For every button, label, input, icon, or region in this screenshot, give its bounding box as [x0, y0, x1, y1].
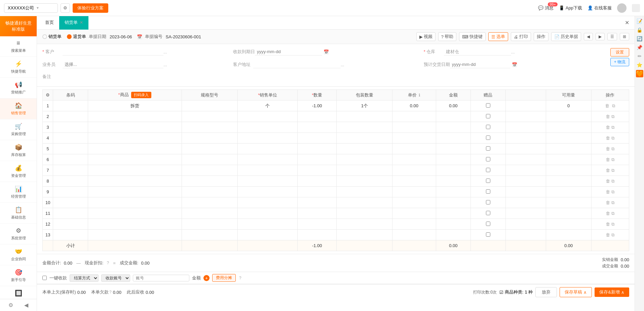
avatar[interactable] [617, 3, 627, 13]
delete-icon[interactable]: 🗑 [606, 189, 610, 194]
sidebar-item-system[interactable]: ⚙ 系统管理 [0, 224, 37, 244]
delete-icon[interactable]: 🗑 [606, 114, 610, 119]
row-price[interactable]: 0.00 [392, 101, 436, 111]
tab-sales-order[interactable]: 销货单 ✕ [59, 16, 88, 30]
toolbar-operation-btn[interactable]: 操作 [534, 32, 548, 41]
scan-button[interactable]: 扫码录入 [131, 92, 151, 98]
sidebar-item-sales[interactable]: 🏠 销售管理 [0, 99, 37, 119]
one-click-checkbox[interactable] [42, 276, 47, 280]
rs-orange-btn[interactable]: 🧡 [636, 70, 643, 77]
delete-icon[interactable]: 🗑 [606, 168, 610, 173]
radio-return[interactable]: 退货单 [67, 34, 86, 40]
toolbar-help-btn[interactable]: ? 帮助 [438, 32, 456, 41]
sidebar-item-collab[interactable]: 🤝 企业协同 [0, 244, 37, 265]
payment-account-select[interactable]: 收款账号 [101, 274, 130, 282]
due-date-calendar-icon[interactable]: 📅 [324, 49, 329, 54]
toolbar-print-btn[interactable]: 🖨 打印 [511, 32, 531, 41]
radio-sale[interactable]: 销货单 [42, 34, 62, 40]
toolbar-view-grid[interactable]: ⊞ [620, 33, 629, 40]
online-service-button[interactable]: 👤 在线客服 [588, 5, 612, 11]
sidebar-item-finance[interactable]: 💰 资金管理 [0, 161, 37, 182]
date-calendar-icon[interactable]: 📅 [137, 34, 142, 39]
copy-icon[interactable]: ⧉ [611, 135, 614, 141]
address-dots[interactable]: ... [341, 62, 344, 67]
tab-close-icon[interactable]: ✕ [80, 20, 83, 25]
tab-home[interactable]: 首页 [40, 16, 59, 30]
row-amount[interactable]: 0.00 [436, 101, 471, 111]
row-barcode[interactable] [53, 101, 88, 111]
row-product[interactable]: 拆货 [88, 101, 182, 111]
payment-method-select[interactable]: 结算方式 [70, 274, 99, 282]
copy-icon[interactable]: ⧉ [611, 125, 614, 130]
sidebar-item-purchase[interactable]: 🛒 采购管理 [0, 119, 37, 140]
add-payment-button[interactable]: + [203, 275, 210, 281]
salesperson-input[interactable] [63, 61, 163, 68]
delete-icon[interactable]: 🗑 [606, 232, 610, 237]
copy-icon[interactable]: ⧉ [611, 200, 614, 205]
delete-icon[interactable]: 🗑 [605, 103, 609, 108]
sidebar-item-appstore[interactable]: 🔲 应用中心 [0, 286, 37, 299]
rs-refresh-btn[interactable]: 🔄 [636, 35, 643, 42]
customer-address-input[interactable] [253, 61, 341, 68]
copy-icon[interactable]: ⧉ [611, 114, 614, 119]
sidebar-item-basic[interactable]: 📋 基础信息 [0, 203, 37, 224]
row-spec[interactable] [182, 101, 237, 111]
delete-icon[interactable]: 🗑 [606, 125, 610, 130]
sidebar-item-search[interactable]: ≡ 搜索菜单 [0, 36, 37, 57]
th-settings[interactable]: ⚙ [43, 90, 53, 101]
salesperson-dots[interactable]: ... [163, 62, 167, 67]
sidebar-settings-icon[interactable]: ⚙ [8, 302, 13, 308]
expected-date-input[interactable] [450, 61, 510, 68]
copy-icon[interactable]: ⧉ [611, 157, 614, 162]
delete-icon[interactable]: 🗑 [606, 179, 610, 184]
save-new-button[interactable]: 保存&新增 ∧ [595, 287, 629, 297]
warehouse-dots[interactable]: ... [511, 49, 515, 54]
toolbar-shortcut-btn[interactable]: ⌨ 快捷键 [459, 32, 486, 41]
settings-icon[interactable]: ⚙ [61, 3, 70, 13]
delete-icon[interactable]: 🗑 [606, 135, 610, 141]
delete-icon[interactable]: 🗑 [606, 157, 610, 162]
delete-icon[interactable]: 🗑 [606, 211, 610, 216]
sidebar-item-marketing[interactable]: 📢 营销推广 [0, 78, 37, 99]
toolbar-nav-next[interactable]: ▶ [596, 33, 605, 40]
discard-button[interactable]: 放弃 [535, 287, 557, 297]
customer-input[interactable] [63, 48, 163, 55]
copy-icon[interactable]: ⧉ [611, 179, 614, 184]
toolbar-view-list[interactable]: ☰ [607, 33, 617, 40]
warehouse-input[interactable] [444, 48, 511, 55]
toolbar-select-btn[interactable]: ☰ 选单 [488, 32, 508, 41]
copy-icon[interactable]: ⧉ [611, 222, 614, 227]
rs-star-btn[interactable]: ⭐ [636, 61, 643, 69]
copy-icon[interactable]: ⧉ [611, 189, 614, 194]
sidebar-collapse-icon[interactable]: ◀ [24, 302, 28, 308]
rs-pin-btn[interactable]: 📌 [636, 44, 643, 51]
rs-notes-btn[interactable]: 📝 [636, 17, 643, 25]
sidebar-item-quicknav[interactable]: ⚡ 快捷导航 [0, 57, 37, 78]
expense-split-button[interactable]: 费用分摊 [212, 274, 236, 282]
payment-amount-input[interactable] [133, 275, 189, 281]
toolbar-nav-prev[interactable]: ◀ [584, 33, 593, 40]
copy-icon[interactable]: ⧉ [611, 146, 614, 151]
row-pkg-qty[interactable]: 1个 [337, 101, 392, 111]
copy-icon[interactable]: ⧉ [612, 103, 615, 108]
app-download-button[interactable]: 📱 App下载 [559, 5, 582, 11]
customer-dots[interactable]: ... [163, 49, 167, 54]
rs-edit-btn[interactable]: ✏ [636, 52, 643, 60]
window-close-button[interactable]: ✕ [622, 20, 632, 26]
sidebar-item-guide[interactable]: 🎯 新手引导 [0, 265, 37, 286]
due-date-input[interactable] [255, 48, 322, 55]
toolbar-history-btn[interactable]: 📄 历史单据 [551, 32, 581, 41]
copy-icon[interactable]: ⧉ [611, 168, 614, 173]
trial-button[interactable]: 体验行业方案 [73, 3, 108, 13]
row-gift[interactable] [471, 101, 506, 111]
delete-icon[interactable]: 🗑 [606, 200, 610, 205]
company-selector[interactable]: XXXXXX公司 ▼ [4, 3, 58, 13]
expected-date-calendar-icon[interactable]: 📅 [512, 62, 517, 67]
rs-lock-btn[interactable]: 🔒 [636, 26, 643, 34]
row-qty[interactable]: -1.00 [298, 101, 337, 111]
toolbar-video-btn[interactable]: ▶ 视频 [416, 32, 435, 41]
row-unit[interactable]: 个 [237, 101, 297, 111]
sidebar-item-inventory[interactable]: 📦 库存核算 [0, 140, 37, 161]
delete-icon[interactable]: 🗑 [606, 146, 610, 151]
message-button[interactable]: 💬 消息 99+ [538, 5, 554, 11]
